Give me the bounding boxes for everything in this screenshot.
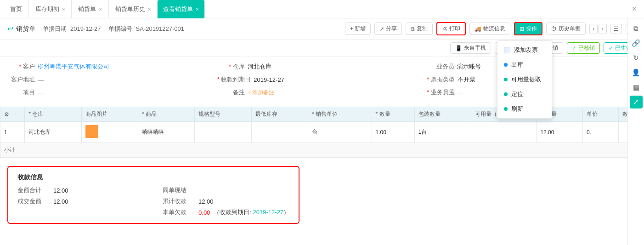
operation-button[interactable]: ⊞ 操作	[514, 22, 542, 35]
logistics-button[interactable]: 🚚 物流信息	[469, 23, 510, 35]
col-spec: 规格型号	[195, 107, 251, 122]
sidebar-table-icon[interactable]: ▦	[630, 81, 643, 94]
cell-quantity: 1.00	[372, 122, 414, 143]
history-button[interactable]: ⏱ 历史单据	[546, 23, 586, 35]
cell-product-img	[81, 122, 138, 143]
payment-section: 收款信息 金额合计 12.00 同单现结 — 成交金额 12.00 累计收款 1…	[0, 158, 644, 228]
deal-amount-label: 成交金额	[17, 197, 50, 205]
payment-date-field: 收款到期日 2019-12-27	[217, 75, 427, 84]
available-qty-item[interactable]: 可用量提取	[497, 72, 552, 87]
from-phone-button[interactable]: 📱 来自手机	[450, 42, 491, 54]
tab-inventory-close[interactable]: ×	[62, 6, 65, 12]
share-icon: ↗	[379, 26, 384, 32]
new-button[interactable]: + 新增	[345, 23, 371, 35]
cell-spec	[195, 122, 251, 143]
tab-view-sales[interactable]: 查看销货单 ×	[158, 0, 204, 18]
available-qty-dot-icon	[504, 78, 508, 81]
main-content: ↩ 销货单 单据日期 2019-12-27 单据编号 SA-20191227-0…	[0, 18, 644, 245]
grid-icon: ⊞	[520, 26, 524, 32]
share-button[interactable]: ↗ 分享	[374, 23, 402, 35]
sidebar-expand-icon[interactable]: ⤢	[630, 96, 643, 108]
phone-icon: 📱	[455, 45, 462, 51]
owed-label: 本单欠款	[163, 208, 195, 217]
outbound-item[interactable]: 出库	[497, 57, 552, 72]
nav-arrows: ‹ ›	[589, 24, 607, 34]
operation-dropdown: 添加发票 出库 可用量提取 定位 刷新	[497, 40, 552, 119]
tab-sales-history[interactable]: 销货单历史 ×	[109, 0, 158, 18]
doc-type-icon: ↩	[7, 24, 13, 33]
col-warehouse: * 仓库	[25, 107, 81, 122]
note-label: 备注	[217, 88, 245, 97]
refresh-item[interactable]: 刷新	[497, 102, 552, 116]
list-view-btn[interactable]: ☰	[610, 24, 622, 34]
amount-value: 12.00	[53, 187, 68, 194]
sidebar-rotate-icon[interactable]: ↻	[630, 51, 643, 64]
sales-staff-label: 业务员孟	[427, 88, 455, 97]
tab-inventory[interactable]: 库存期初 ×	[29, 0, 72, 18]
deal-amount-row: 成交金额 12.00	[17, 197, 144, 205]
invoice-icon	[504, 47, 510, 53]
col-gear: ⚙	[0, 107, 25, 122]
col-min-stock: 最低库存	[251, 107, 308, 122]
right-sidebar: ⧉ 🔗 ↻ 👤 ▦ ⤢	[627, 18, 644, 245]
amount-label: 金额合计	[17, 186, 50, 194]
locate-item[interactable]: 定位	[497, 87, 552, 102]
product-image	[85, 125, 98, 138]
customer-value[interactable]: 柳州粤港平安气体有限公司	[38, 63, 109, 71]
doc-date-label: 单据日期 2019-12-27	[43, 25, 101, 33]
payment-box: 收款信息 金额合计 12.00 同单现结 — 成交金额 12.00 累计收款 1…	[7, 166, 299, 224]
same-settle-label: 同单现结	[163, 186, 195, 194]
window-close-button[interactable]: ×	[628, 4, 640, 14]
cell-index: 1	[0, 122, 25, 143]
add-note-button[interactable]: + 添加备注	[248, 89, 274, 97]
tab-bar: 首页 库存期初 × 销货单 × 销货单历史 × 查看销货单 × ×	[0, 0, 644, 18]
print-icon: 🖨	[442, 26, 447, 32]
add-invoice-label: 添加发票	[514, 46, 538, 54]
tab-sales[interactable]: 销货单 ×	[72, 0, 108, 18]
available-qty-label: 可用量提取	[511, 75, 541, 84]
locate-label: 定位	[511, 90, 523, 98]
project-value: —	[38, 89, 93, 96]
sidebar-user-icon[interactable]: 👤	[630, 66, 643, 79]
refresh-dot-icon	[504, 107, 508, 111]
address-field: 客户地址 —	[7, 75, 217, 84]
next-arrow[interactable]: ›	[599, 24, 607, 34]
tab-home[interactable]: 首页	[4, 0, 29, 18]
doc-meta: 单据日期 2019-12-27 单据编号 SA-20191227-001	[43, 25, 184, 33]
col-product: * 商品	[138, 107, 194, 122]
deal-amount-value: 12.00	[53, 198, 68, 205]
table-subtotal-row: 小计	[0, 143, 644, 158]
payment-title: 收款信息	[17, 173, 289, 182]
cell-pack-qty: 1台	[414, 122, 471, 143]
address-value: —	[38, 76, 93, 83]
confirmed-badge: ✓ 已核销	[567, 42, 600, 54]
outbound-dot-icon	[504, 63, 508, 67]
sidebar-copy-icon[interactable]: ⧉	[630, 22, 643, 35]
col-quantity: * 数量	[372, 107, 414, 122]
doc-title: ↩ 销货单	[7, 24, 35, 33]
cell-sales-unit: 台	[308, 122, 372, 143]
copy-button[interactable]: ⧉ 复制	[406, 23, 433, 35]
tab-view-sales-close[interactable]: ×	[196, 6, 198, 12]
print-button[interactable]: 🖨 打印	[436, 22, 466, 35]
cell-available	[471, 122, 537, 143]
address-label: 客户地址	[7, 75, 35, 84]
owed-value: 0.00	[198, 209, 210, 216]
tab-sales-history-close[interactable]: ×	[148, 6, 151, 12]
add-invoice-item[interactable]: 添加发票	[497, 43, 552, 57]
cell-price: 0.	[583, 122, 619, 143]
cumulative-row: 累计收款 12.00	[163, 197, 289, 205]
locate-dot-icon	[504, 92, 508, 96]
copy-icon: ⧉	[411, 26, 415, 32]
amount-row: 金额合计 12.00	[17, 186, 144, 194]
prev-arrow[interactable]: ‹	[589, 24, 598, 34]
ticket-label: 票据类型	[427, 75, 455, 84]
project-label: 项目	[7, 88, 35, 97]
same-settle-value: —	[198, 187, 204, 194]
payment-date-value: 2019-12-27	[254, 76, 309, 83]
note-field: 备注 + 添加备注	[217, 88, 427, 97]
sidebar-link-icon[interactable]: 🔗	[630, 37, 643, 50]
tab-sales-close[interactable]: ×	[99, 6, 102, 12]
col-sales-unit: * 销售单位	[308, 107, 372, 122]
history-icon: ⏱	[551, 26, 557, 32]
